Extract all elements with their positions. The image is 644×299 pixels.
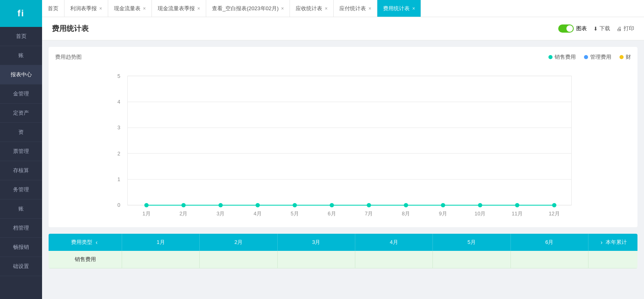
header-actions: 图表 ⬇ 下载 🖨 打印: [558, 24, 634, 33]
svg-text:4: 4: [118, 99, 120, 105]
tab-payable[interactable]: 应付统计表 ×: [334, 0, 377, 17]
chart-container: 5 4 3 2 1 0 1月 2月: [55, 66, 631, 221]
sidebar-item-inventory[interactable]: 存核算: [0, 161, 42, 180]
sidebar-item-fund-mgmt[interactable]: 金管理: [0, 84, 42, 104]
tab-profit-quarterly[interactable]: 利润表季报 ×: [65, 0, 108, 17]
print-icon: 🖨: [617, 26, 622, 32]
svg-text:0: 0: [118, 202, 120, 208]
legend-dot-mgmt: [584, 55, 588, 59]
close-tab-cash-flow-quarterly[interactable]: ×: [197, 6, 200, 11]
chart-header: 费用趋势图 销售费用 管理费用 财: [55, 53, 631, 61]
svg-point-28: [256, 203, 260, 208]
svg-text:9月: 9月: [439, 211, 447, 217]
tab-bar: 首页 利润表季报 × 现金流量表 × 现金流量表季报 × 查看_空白报表(202…: [42, 0, 644, 17]
th-m4: 4月: [355, 234, 433, 251]
td-m6: [511, 251, 588, 268]
th-m6: 6月: [511, 234, 588, 251]
sidebar: fi 首页 账 报表中心 金管理 定资产 资 票管理 存核算 务管理 账 档管理…: [0, 0, 42, 299]
th-type: 费用类型 ‹: [49, 234, 122, 251]
svg-text:3月: 3月: [216, 211, 225, 217]
legend-label-finance: 财: [626, 53, 631, 61]
svg-text:2月: 2月: [179, 211, 187, 217]
line-chart-svg: 5 4 3 2 1 0 1月 2月: [55, 66, 631, 221]
svg-point-26: [181, 203, 186, 208]
th-m5: 5月: [433, 234, 510, 251]
sidebar-item-resources[interactable]: 资: [0, 123, 42, 142]
svg-point-30: [330, 203, 334, 208]
svg-text:8月: 8月: [402, 211, 410, 217]
td-m3: [278, 251, 355, 268]
legend-label-sales: 销售费用: [555, 53, 576, 61]
main-content: 首页 利润表季报 × 现金流量表 × 现金流量表季报 × 查看_空白报表(202…: [42, 0, 644, 299]
svg-point-25: [144, 203, 149, 208]
svg-text:2: 2: [118, 151, 120, 157]
svg-point-34: [478, 203, 482, 208]
svg-point-27: [218, 203, 223, 208]
close-tab-profit-quarterly[interactable]: ×: [99, 6, 102, 11]
svg-text:1: 1: [118, 177, 120, 182]
tab-cash-flow-quarterly[interactable]: 现金流量表季报 ×: [152, 0, 206, 17]
tab-receivable[interactable]: 应收统计表 ×: [290, 0, 334, 17]
chart-toggle-label: 图表: [576, 25, 587, 32]
legend-dot-finance: [619, 55, 624, 59]
th-m3: 3月: [278, 234, 355, 251]
svg-point-35: [515, 203, 519, 208]
svg-text:5: 5: [118, 73, 120, 79]
legend-sales-expense: 销售费用: [548, 53, 576, 61]
prev-months-button[interactable]: ‹: [94, 239, 99, 246]
table-row: 销售费用: [49, 251, 637, 268]
sidebar-item-account[interactable]: 账: [0, 46, 42, 65]
td-type: 销售费用: [49, 251, 122, 268]
tab-expense[interactable]: 费用统计表 ×: [377, 0, 421, 17]
svg-text:11月: 11月: [512, 211, 523, 217]
sidebar-item-ticket-mgmt[interactable]: 票管理: [0, 142, 42, 161]
expense-table: 费用类型 ‹ 1月 2月 3月 4月 5月 6月 › 本年累计 销售费用: [49, 234, 637, 268]
close-tab-cash-flow[interactable]: ×: [143, 6, 146, 11]
page-title: 费用统计表: [52, 24, 89, 33]
close-tab-payable[interactable]: ×: [368, 6, 371, 11]
th-total: › 本年累计: [588, 234, 637, 251]
app-logo: fi: [0, 0, 42, 27]
svg-point-32: [404, 203, 408, 208]
close-tab-expense[interactable]: ×: [412, 6, 415, 11]
sidebar-item-ledger[interactable]: 账: [0, 199, 42, 219]
svg-point-31: [367, 203, 371, 208]
th-m2: 2月: [200, 234, 277, 251]
sidebar-item-report-center[interactable]: 报表中心: [0, 65, 42, 84]
table-header: 费用类型 ‹ 1月 2月 3月 4月 5月 6月 › 本年累计: [49, 234, 637, 251]
legend-finance-expense: 财: [619, 53, 631, 61]
legend-label-mgmt: 管理费用: [590, 53, 611, 61]
download-button[interactable]: ⬇ 下载: [593, 25, 610, 32]
svg-text:1月: 1月: [143, 211, 151, 217]
chart-toggle[interactable]: [558, 24, 574, 33]
print-button[interactable]: 🖨 打印: [617, 25, 634, 32]
svg-point-36: [552, 203, 557, 208]
close-tab-receivable[interactable]: ×: [325, 6, 328, 11]
sidebar-item-sales[interactable]: 畅报销: [0, 238, 42, 257]
next-months-button[interactable]: ›: [599, 239, 604, 246]
sidebar-item-basic-settings[interactable]: 础设置: [0, 257, 42, 276]
download-icon: ⬇: [593, 26, 598, 32]
svg-text:4月: 4月: [254, 211, 262, 217]
tab-home[interactable]: 首页: [42, 0, 65, 17]
chart-legend: 销售费用 管理费用 财: [548, 53, 631, 61]
td-m2: [200, 251, 277, 268]
tab-blank-report[interactable]: 查看_空白报表(2023年02月) ×: [206, 0, 290, 17]
sidebar-item-service-mgmt[interactable]: 务管理: [0, 180, 42, 199]
tab-cash-flow[interactable]: 现金流量表 ×: [108, 0, 152, 17]
svg-text:3: 3: [118, 125, 120, 131]
sidebar-item-home[interactable]: 首页: [0, 27, 42, 46]
chart-toggle-wrap: 图表: [558, 24, 587, 33]
sidebar-item-fixed-assets[interactable]: 定资产: [0, 104, 42, 123]
svg-text:7月: 7月: [365, 211, 373, 217]
td-total: [588, 251, 637, 268]
td-m4: [355, 251, 433, 268]
legend-dot-sales: [548, 55, 553, 59]
th-m1: 1月: [122, 234, 200, 251]
svg-rect-12: [127, 76, 571, 205]
close-tab-blank-report[interactable]: ×: [281, 6, 284, 11]
svg-text:6月: 6月: [328, 211, 336, 217]
sidebar-item-file-mgmt[interactable]: 档管理: [0, 219, 42, 238]
chart-title: 费用趋势图: [55, 53, 82, 61]
legend-mgmt-expense: 管理费用: [584, 53, 611, 61]
